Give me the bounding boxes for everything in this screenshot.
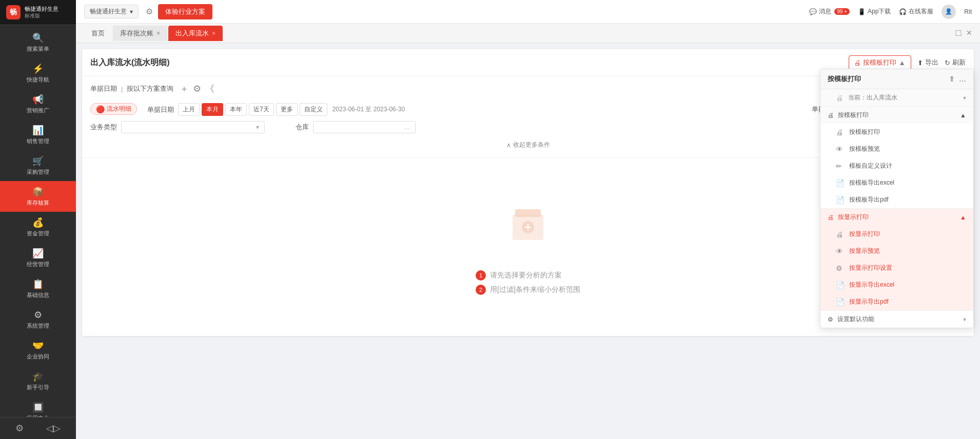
basic-icon: 📋 (32, 278, 44, 290)
tab-inventory-flow-close[interactable]: × (212, 30, 215, 37)
online-service-button[interactable]: 🎧 在线客服 (899, 7, 933, 16)
display-print-chevron-icon: ▲ (960, 214, 966, 221)
display-excel-label: 按显示导出excel (849, 281, 894, 289)
sidebar-item-sales[interactable]: 📊 销售管理 (0, 119, 76, 150)
filter-collapse-icon[interactable]: 《 (205, 83, 214, 95)
sidebar-logo[interactable]: 畅 畅捷通好生意 标准版 (0, 0, 76, 25)
sidebar-item-search[interactable]: 🔍 搜索菜单 (0, 27, 76, 58)
collab-icon: 🤝 (32, 340, 44, 351)
display-print-group-label: 按显示打印 (838, 213, 869, 222)
template-excel-item[interactable]: 📄 按模板导出excel (820, 174, 973, 191)
flow-detail-tag[interactable]: 🔴 流水明细 (90, 103, 137, 115)
template-print-item-0[interactable]: 🖨 按模板打印 (820, 124, 973, 141)
display-print-settings-item[interactable]: ⚙ 按显示打印设置 (820, 260, 973, 276)
export-label: 导出 (925, 58, 938, 67)
template-excel-label: 按模板导出excel (849, 178, 894, 187)
dropdown-current-item[interactable]: 🖨 当前：出入库流水 ▾ (820, 89, 973, 106)
template-pdf-item[interactable]: 📄 按模板导出pdf (820, 191, 973, 208)
tab-inventory-batch-close[interactable]: × (156, 30, 160, 37)
date-btn-last-month[interactable]: 上月 (178, 103, 200, 116)
template-excel-icon: 📄 (836, 179, 844, 187)
template-print-icon: 🖨 (828, 112, 834, 119)
template-print-item-1[interactable]: 👁 按模板预览 (820, 141, 973, 157)
print-button[interactable]: 🖨 按模板打印 ▲ (849, 55, 911, 70)
tab-inventory-flow-label: 出入库流水 (175, 29, 209, 38)
sidebar-nav: 🔍 搜索菜单 ⚡ 快捷导航 📢 营销推广 📊 销售管理 🛒 采购管理 📦 库存核… (0, 25, 76, 417)
workspace-selector[interactable]: 畅捷通好生意 ▾ (84, 5, 139, 18)
collapse-sidebar-icon[interactable]: ◁▷ (46, 423, 61, 434)
template-design-item[interactable]: ✏ 模板自定义设计 (820, 157, 973, 174)
refresh-button[interactable]: ↻ 刷新 (945, 58, 966, 67)
template-design-label: 模板自定义设计 (849, 162, 892, 170)
dropdown-close-icon[interactable]: … (959, 75, 966, 83)
trial-button[interactable]: 体验行业方案 (158, 4, 212, 19)
tab-home[interactable]: 首页 (84, 26, 112, 41)
tip-num-1: 1 (476, 270, 486, 281)
template-print-header[interactable]: 🖨 按模板打印 ▲ (820, 107, 973, 124)
warehouse-select[interactable]: … (313, 121, 416, 133)
topbar-left: 畅捷通好生意 ▾ ⚙ 体验行业方案 (84, 4, 809, 19)
sidebar-item-app-center[interactable]: 🔲 应用中心 (0, 396, 76, 417)
sidebar-item-finance[interactable]: 💰 资金管理 (0, 212, 76, 243)
topbar-gear-icon[interactable]: ⚙ (146, 7, 153, 16)
display-excel-item[interactable]: 📄 按显示导出excel (820, 276, 973, 293)
sidebar-item-inventory[interactable]: 📦 库存核算 (0, 181, 76, 212)
dropdown-header-icons: ⬆ … (949, 75, 966, 83)
settings-icon[interactable]: ⚙ (15, 423, 24, 434)
date-btn-more[interactable]: 更多 (276, 103, 298, 116)
add-filter-icon[interactable]: ＋ (180, 83, 189, 95)
set-default-item[interactable]: ⚙ 设置默认功能 ▾ (820, 311, 973, 328)
export-button[interactable]: ⬆ 导出 (917, 58, 938, 67)
date-btn-this-month[interactable]: 本月 (202, 103, 223, 116)
app-download-button[interactable]: 📱 App下载 (858, 7, 891, 16)
service-label: 在线客服 (909, 7, 933, 16)
close-window-icon[interactable]: × (966, 28, 972, 38)
display-print-header[interactable]: 🖨 按显示打印 ▲ (820, 209, 973, 226)
maximize-icon[interactable]: □ (956, 28, 962, 38)
avatar[interactable]: 👤 (942, 5, 956, 19)
tip-num-2: 2 (476, 285, 486, 295)
sidebar-item-basic[interactable]: 📋 基础信息 (0, 273, 76, 304)
business-type-select[interactable]: ▾ (121, 121, 265, 133)
username-label[interactable]: Rit (964, 8, 972, 15)
sidebar-item-collab[interactable]: 🤝 企业协同 (0, 335, 76, 366)
sidebar-item-system[interactable]: ⚙ 系统管理 (0, 304, 76, 335)
date-btn-custom[interactable]: 自定义 (300, 103, 327, 116)
display-excel-icon: 📄 (836, 281, 844, 289)
business-type-label: 业务类型 (90, 123, 117, 132)
display-pdf-item[interactable]: 📄 按显示导出pdf (820, 293, 973, 310)
sidebar-label-guide: 新手引导 (27, 384, 49, 391)
sidebar-label-finance: 资金管理 (27, 230, 49, 237)
refresh-label: 刷新 (952, 58, 966, 67)
sidebar-label-ops: 经营管理 (27, 261, 49, 268)
tab-inventory-flow[interactable]: 出入库流水 × (168, 26, 223, 41)
sales-icon: 📊 (32, 125, 44, 136)
display-preview-item[interactable]: 👁 按显示预览 (820, 243, 973, 260)
tab-inventory-batch[interactable]: 库存批次账 × (113, 26, 167, 41)
print-chevron-icon[interactable]: ▲ (898, 58, 906, 67)
sidebar-item-marketing[interactable]: 📢 营销推广 (0, 89, 76, 119)
sidebar-item-ops[interactable]: 📈 经营管理 (0, 243, 76, 273)
display-print-item-0[interactable]: 🖨 按显示打印 (820, 226, 973, 243)
workspace-chevron-icon: ▾ (130, 8, 133, 15)
app-logo-icon: 畅 (6, 5, 21, 19)
empty-tip-1: 1 请先选择要分析的方案 (476, 270, 580, 281)
dropdown-up-icon[interactable]: ⬆ (949, 75, 955, 83)
current-template-label: 当前：出入库流水 (848, 93, 897, 102)
display-pdf-icon: 📄 (836, 298, 844, 306)
warehouse-filter: 仓库 … (296, 121, 416, 133)
date-btn-7days[interactable]: 近7天 (249, 103, 274, 116)
sidebar-label-sales: 销售管理 (27, 137, 49, 145)
warehouse-more-icon: … (404, 124, 410, 131)
sidebar-item-purchase[interactable]: 🛒 采购管理 (0, 150, 76, 181)
filter-settings-icon[interactable]: ⚙ (193, 83, 201, 94)
date-btn-this-year[interactable]: 本年 (225, 103, 247, 116)
display-print-label-0: 按显示打印 (849, 230, 880, 238)
message-button[interactable]: 💬 消息 99 + (809, 7, 850, 16)
tab-inventory-batch-label: 库存批次账 (120, 29, 153, 38)
tabs-right: □ × (956, 28, 972, 38)
tabs-bar: 首页 库存批次账 × 出入库流水 × □ × (76, 24, 980, 43)
warehouse-label: 仓库 (296, 123, 309, 132)
sidebar-item-quick-nav[interactable]: ⚡ 快捷导航 (0, 58, 76, 89)
sidebar-item-guide[interactable]: 🎓 新手引导 (0, 366, 76, 396)
